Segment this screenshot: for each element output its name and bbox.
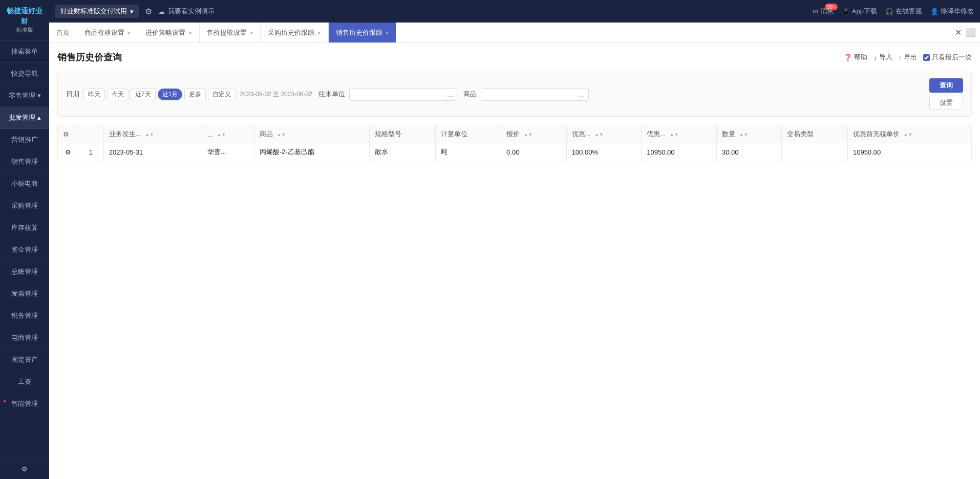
logo-sub: 标准版: [4, 26, 45, 34]
topbar-settings-icon[interactable]: ⚙: [145, 7, 152, 16]
sidebar-item-invoice[interactable]: 发票管理: [0, 283, 49, 305]
table-row[interactable]: ⚙ 1 2023-05-31 华查... 丙烯酸-2-乙基己酯 散水 吨 0.0…: [58, 143, 972, 161]
sidebar-item-wholesale-label: 批发管理: [9, 113, 35, 122]
headset-icon: 🎧: [885, 8, 893, 15]
sidebar-item-retail[interactable]: 零售管理 ▾: [0, 85, 49, 107]
data-table: ⚙ 业务发生... ▲▼ ... ▲▼ 商品 ▲▼ 规格型号: [57, 125, 972, 161]
last-only-checkbox[interactable]: [923, 54, 930, 61]
tab-expand-button[interactable]: ⬜: [966, 28, 976, 37]
date-filter-label: 日期: [66, 90, 79, 99]
date-buttons: 昨天 今天 近7天 近1月 更多 自定义: [83, 89, 236, 100]
sidebar-item-sales[interactable]: 销售管理: [0, 151, 49, 173]
tab-home-label: 首页: [56, 28, 70, 37]
tab-purchase-strategy-close[interactable]: ×: [188, 30, 191, 36]
tab-price-extract-close[interactable]: ×: [250, 30, 253, 36]
date-btn-1month[interactable]: 近1月: [158, 89, 183, 100]
product-input[interactable]: [481, 89, 576, 100]
date-btn-today[interactable]: 今天: [107, 89, 129, 100]
help-link[interactable]: ❓ 帮助: [844, 53, 867, 62]
tab-product-price[interactable]: 商品价格设置 ×: [77, 23, 138, 43]
supplier-search-icon[interactable]: …: [444, 89, 457, 100]
sidebar-item-tax[interactable]: 税务管理: [0, 305, 49, 327]
filter-bar: 日期 昨天 今天 近7天 近1月 更多 自定义 2023-05-02 至 202…: [57, 72, 972, 117]
sidebar-settings-button[interactable]: ⚙: [0, 459, 49, 479]
settings-button[interactable]: 设置: [929, 96, 963, 110]
col-discount-rate[interactable]: 优惠... ▲▼: [566, 125, 642, 143]
sidebar-item-ecommerce[interactable]: 小畅电商: [0, 173, 49, 195]
date-btn-7days[interactable]: 近7天: [131, 89, 156, 100]
sidebar-item-finance[interactable]: 资金管理: [0, 239, 49, 261]
export-label: 导出: [904, 53, 917, 62]
demo-link[interactable]: ☁ 我要看实例演示: [158, 7, 215, 16]
sidebar-item-marketing[interactable]: 营销推广: [0, 129, 49, 151]
export-link[interactable]: ↑ 导出: [899, 53, 918, 62]
sidebar-item-assets[interactable]: 固定资产: [0, 349, 49, 371]
sidebar-item-ledger[interactable]: 总账管理: [0, 261, 49, 283]
tab-sales-history-close[interactable]: ×: [386, 30, 389, 36]
table-header: ⚙ 业务发生... ▲▼ ... ▲▼ 商品 ▲▼ 规格型号: [58, 125, 972, 143]
tab-product-price-close[interactable]: ×: [127, 30, 131, 36]
sidebar-item-inventory[interactable]: 库存核算: [0, 217, 49, 239]
product-filter-label: 商品: [463, 90, 477, 99]
tab-purchase-history[interactable]: 采购历史价跟踪 ×: [261, 23, 328, 43]
date-btn-yesterday[interactable]: 昨天: [83, 89, 105, 100]
sidebar-item-retail-label: 零售管理: [9, 91, 35, 100]
col-price-label: 报价: [506, 130, 520, 138]
sidebar-item-ecom2[interactable]: 电商管理: [0, 327, 49, 349]
col-date[interactable]: 业务发生... ▲▼: [103, 125, 202, 143]
supplier-filter-group: 往来单位 …: [318, 88, 457, 101]
page-title: 销售历史价查询: [57, 51, 122, 63]
app-download-button[interactable]: 📱 App下载: [842, 7, 877, 16]
tab-purchase-strategy-label: 进价策略设置: [145, 28, 185, 37]
supplier-input[interactable]: [350, 89, 444, 100]
product-search-icon[interactable]: …: [576, 89, 588, 100]
message-icon: ✉: [813, 8, 818, 15]
tab-price-extract[interactable]: 售价提取设置 ×: [200, 23, 261, 43]
tab-purchase-history-close[interactable]: ×: [317, 30, 321, 36]
sidebar-logo: 畅捷通好业财 标准版: [0, 0, 49, 41]
tab-controls: ✕ ⬜: [951, 28, 980, 37]
sidebar-item-salary[interactable]: 工资: [0, 371, 49, 393]
user-profile-button[interactable]: 👤 徐泽华修改: [930, 7, 974, 16]
last-only-checkbox-label[interactable]: 只看最后一次: [923, 53, 972, 62]
help-icon: ❓: [844, 54, 852, 61]
sidebar-item-search[interactable]: 搜索菜单: [0, 41, 49, 63]
sidebar-item-purchase[interactable]: 采购管理: [0, 195, 49, 217]
sidebar-item-wholesale[interactable]: 批发管理 ▴: [0, 107, 49, 129]
tab-home[interactable]: 首页: [49, 23, 77, 43]
col-settings[interactable]: ⚙: [58, 125, 78, 143]
sidebar-item-ai[interactable]: 智能管理: [0, 393, 49, 415]
row-settings[interactable]: ⚙: [58, 143, 78, 161]
version-selector[interactable]: 好业财标准版交付试用 ▾: [55, 5, 139, 18]
col-quantity-label: 数量: [722, 130, 735, 138]
col-quantity[interactable]: 数量 ▲▼: [716, 125, 782, 143]
message-button[interactable]: ✉ 消息 99+: [813, 7, 834, 16]
row-pretax-price: 10950.00: [847, 143, 971, 161]
date-btn-more[interactable]: 更多: [184, 89, 206, 100]
retail-arrow-icon: ▾: [37, 92, 41, 99]
cloud-icon: ☁: [158, 8, 165, 15]
tab-purchase-strategy[interactable]: 进价策略设置 ×: [138, 23, 199, 43]
col-unit: 计量单位: [435, 125, 501, 143]
row-unit: 吨: [435, 143, 501, 161]
col-discount-price[interactable]: 优惠... ▲▼: [642, 125, 717, 143]
import-link[interactable]: ↓ 导入: [874, 53, 892, 62]
sidebar-item-nav[interactable]: 快捷导航: [0, 63, 49, 85]
action-buttons: 查询 设置: [929, 78, 963, 110]
table-header-row: ⚙ 业务发生... ▲▼ ... ▲▼ 商品 ▲▼ 规格型号: [58, 125, 972, 143]
date-btn-custom[interactable]: 自定义: [208, 89, 236, 100]
col-price[interactable]: 报价 ▲▼: [501, 125, 567, 143]
app-download-label: App下载: [852, 7, 877, 16]
help-label: 帮助: [854, 53, 867, 62]
online-service-button[interactable]: 🎧 在线客服: [885, 7, 922, 16]
col-extra[interactable]: ... ▲▼: [202, 125, 254, 143]
tab-purchase-history-label: 采购历史价跟踪: [268, 28, 314, 37]
avatar-icon: 👤: [930, 8, 939, 15]
tab-close-button[interactable]: ✕: [955, 28, 962, 37]
tab-sales-history[interactable]: 销售历史价跟踪 ×: [329, 23, 396, 43]
col-product[interactable]: 商品 ▲▼: [254, 125, 369, 143]
query-button[interactable]: 查询: [929, 78, 963, 93]
row-quantity: 30.00: [716, 143, 782, 161]
date-range: 2023-05-02 至 2023-06-02: [240, 90, 312, 99]
col-pretax-price[interactable]: 优惠前无税单价 ▲▼: [847, 125, 971, 143]
